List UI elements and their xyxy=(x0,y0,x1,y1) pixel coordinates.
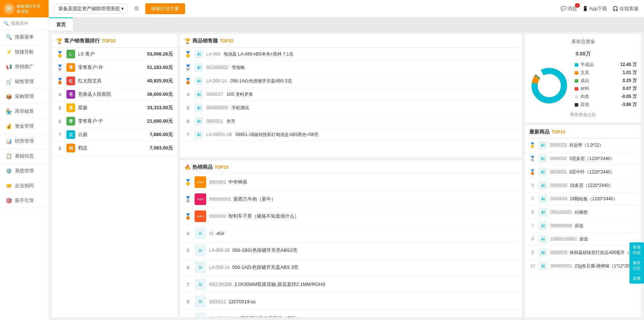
customer-amount: 40,925.00元 xyxy=(147,78,173,84)
product-info: 001000002 雪地靴 xyxy=(206,65,518,71)
legend-item: 成品 0.25 万 xyxy=(575,78,637,84)
sidebar-item-label: 基础信息 xyxy=(15,153,34,159)
product-code: 0000033 xyxy=(550,143,569,148)
legend-dot xyxy=(575,95,578,99)
tab-home[interactable]: 首页 xyxy=(49,17,73,31)
product-code: 000800008 xyxy=(550,223,575,228)
newest-product-item: 5 Ai 0000029 18颗粒板（1220*2440） xyxy=(525,192,641,206)
customer-amount: 53,006.26元 xyxy=(147,51,173,57)
product-thumb: Ai xyxy=(195,50,203,58)
right-panels: 库存总资金 9.88万 半成品 12.45 万 文具 xyxy=(525,34,641,317)
product-name: 18多层（1220*2440） xyxy=(570,183,613,188)
customer-avatar: 零 xyxy=(66,117,75,126)
product-info: 003800001 22g鱼豆腐-烧烤味（1*12*20） xyxy=(550,263,637,269)
chevron-down-icon: ▾ xyxy=(121,6,124,11)
message-badge[interactable]: 💬 消息 6 xyxy=(561,5,577,12)
legend-item: 肉类 -0.05 万 xyxy=(575,94,637,100)
product-name: 白钢垫 xyxy=(575,210,588,215)
sidebar-item-inventory[interactable]: 🏪库存核算 xyxy=(0,104,49,119)
finance-icon: 💰 xyxy=(5,123,12,130)
sidebar-item-search[interactable]: 🔍搜索菜单 xyxy=(0,30,49,45)
sidebar-item-sales[interactable]: 🛒销售管理 xyxy=(0,74,49,89)
system-icon: ⚙️ xyxy=(5,168,12,174)
float-btn-customer-service[interactable]: 客服 热线 xyxy=(629,242,644,258)
customer-avatar: 零 xyxy=(66,63,75,72)
product-code: 000500001 新西兰牛肉（新牛） xyxy=(209,196,518,202)
customer-name: 零售客户-许 xyxy=(78,64,144,71)
sidebar-item-operation[interactable]: 📊经营管理 xyxy=(0,134,49,149)
float-btn-direct[interactable]: 直播 xyxy=(629,274,644,284)
product-name: 封边带（1.0*22） xyxy=(569,143,604,148)
product-info: LA-089 电池盖 LA-089 ABS本色+黑种 7.1克 xyxy=(206,51,518,57)
rank-number: 5 xyxy=(529,196,536,201)
sidebar-item-label: 快捷导航 xyxy=(15,49,34,55)
topbar-right: 💬 消息 6 📱 App下载 🎧 在线客服 xyxy=(561,5,639,12)
product-thumb: Ai xyxy=(195,296,206,307)
main-area: 装备及固定资产辅助管理系统 ▾ ⚙ 体验行业方案 💬 消息 6 📱 App下载 … xyxy=(49,0,644,320)
product-code: LA-056-1A xyxy=(206,78,227,83)
product-thumb: Ai xyxy=(195,103,203,112)
product-thumb: Ai xyxy=(195,63,203,72)
product-name: 45# xyxy=(216,231,224,236)
product-code: 0000032 xyxy=(550,156,569,161)
rank-number: 6 xyxy=(56,119,64,124)
product-code: 0000001 中华神器 xyxy=(209,179,518,185)
product-info: 0000031 5层中纤（1220*2440） xyxy=(550,169,637,175)
product-thumb: Ai xyxy=(539,235,547,243)
online-service-link[interactable]: 🎧 在线客服 xyxy=(612,5,639,12)
app-download-link[interactable]: 📱 App下载 xyxy=(582,5,607,12)
product-thumb: Ai xyxy=(195,313,206,317)
search-menu-item[interactable]: 🔍 搜索菜单 xyxy=(0,17,49,30)
sidebar-item-guide[interactable]: 🎯新手引导 xyxy=(0,193,49,208)
rank-number: 7 xyxy=(184,132,192,138)
product-thumb: Ai xyxy=(538,168,547,176)
legend-value: 0.25 万 xyxy=(623,78,637,84)
legend-name: 成品 xyxy=(580,78,620,84)
legend-name: 文具 xyxy=(580,70,620,76)
customer-rank-item: 8 档 档总 7,563.00元 xyxy=(52,141,177,155)
trial-button[interactable]: 体验行业方案 xyxy=(145,3,185,14)
settings-gear-icon[interactable]: ⚙ xyxy=(131,4,142,14)
hot-product-item: 9 Ai KK-SD22110H 花语萌恒温分腿睡袋（厚款） xyxy=(180,310,522,317)
donut-container: 半成品 12.45 万 文具 1.01 万 成品 0.25 万 材料 0.07 … xyxy=(529,62,637,110)
system-selector[interactable]: 装备及固定资产辅助管理系统 ▾ xyxy=(54,4,128,14)
legend-dot xyxy=(575,103,578,107)
customer-rank-item: 🥇 L LS 客户 53,006.26元 xyxy=(52,48,177,61)
sidebar-item-label: 企业协同 xyxy=(15,182,34,189)
product-sales-list: 🥇 Ai LA-089 电池盖 LA-089 ABS本色+黑种 7.1克 🥈 A… xyxy=(180,48,522,157)
sidebar-item-purchase[interactable]: 📦采购管理 xyxy=(0,89,49,104)
mobile-icon: 📱 xyxy=(582,6,588,11)
sidebar-item-enterprise[interactable]: 🤝企业协同 xyxy=(0,179,49,193)
float-btn-service-community[interactable]: 服务 社区 xyxy=(629,258,644,274)
legend-dot xyxy=(575,87,578,91)
product-name: 电池盖 LA-089 ABS本色+黑种 7.1克 xyxy=(224,52,293,57)
product-info: 000800005 手机测试 xyxy=(206,105,518,111)
product-thumb: Ai xyxy=(195,130,203,139)
customer-amount: 33,333.00元 xyxy=(147,104,173,111)
newest-products-list: 🥇 Ai 0000033 封边带（1.0*22） 🥈 Ai 0000032 5层… xyxy=(525,139,641,273)
legend-value: 12.45 万 xyxy=(620,62,637,68)
rank-number: 5 xyxy=(56,105,64,111)
float-buttons: 客服 热线服务 社区直播 xyxy=(629,242,644,284)
medal-icon: 🥇 xyxy=(529,142,535,148)
legend-item: 材料 0.07 万 xyxy=(575,86,637,92)
product-info: 0000002 智利车子里（规格不知道填什么） xyxy=(209,213,518,220)
stock-ratio-label: 库存资金占比 xyxy=(529,112,637,118)
hot-products-header: 🔥 热销商品 TOP10 xyxy=(180,160,522,174)
shortcut-icon: ⚡ xyxy=(5,49,12,55)
sidebar-item-finance[interactable]: 💰资金管理 xyxy=(0,119,49,134)
sales-icon: 🛒 xyxy=(5,78,12,85)
legend-value: 1.01 万 xyxy=(623,70,637,76)
medal-icon: 🥉 xyxy=(184,213,192,220)
sidebar-item-label: 营销推广 xyxy=(15,63,34,70)
product-name: 22g鱼豆腐-烧烤味（1*12*20） xyxy=(575,263,634,268)
rank-number: 4 xyxy=(529,183,536,188)
sidebar-item-shortcut[interactable]: ⚡快捷导航 xyxy=(0,45,49,60)
sidebar-item-marketing[interactable]: 📢营销推广 xyxy=(0,60,49,74)
sidebar-item-basic[interactable]: 📋基础信息 xyxy=(0,149,49,164)
sidebar-item-system[interactable]: ⚙️系统管理 xyxy=(0,164,49,179)
product-name: 雪地靴 xyxy=(232,65,245,70)
product-sales-item: 🥉 Ai LA-056-1A 056-1A白色按键开关盖ABS 3克 xyxy=(180,74,522,88)
product-code: LA-056-1A 056-1A白色按键开关盖ABS 3壳 xyxy=(209,264,518,271)
medal-icon: 🥉 xyxy=(56,78,64,85)
